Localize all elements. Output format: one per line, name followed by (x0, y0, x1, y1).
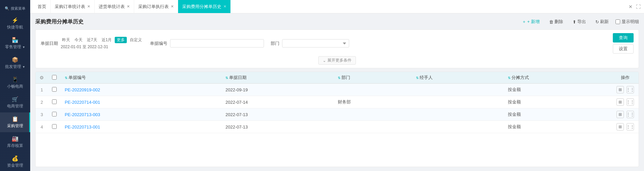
tab-bar-actions: ✕ ⛶ (629, 4, 641, 9)
table-row: 4 PE-20220713-001 2022-07-13 按金额 ⊞ ⋮⋮ (36, 121, 639, 133)
row-more-icon-4[interactable]: ⋮⋮ (627, 123, 634, 131)
chevron-down-expand-icon: ⌄ (323, 58, 326, 63)
data-table: ⚙ ⇅ 单据编号 ⇅ (35, 72, 639, 167)
tab-cost-split[interactable]: 采购费用分摊单历史 ✕ (178, 0, 231, 13)
quicknav-icon: ⚡ (0, 17, 30, 23)
row-checkbox-2[interactable] (52, 99, 57, 104)
row-more-icon-3[interactable]: ⋮⋮ (627, 111, 634, 118)
date-shortcut-custom[interactable]: 自定义 (128, 37, 143, 43)
expand-more-button[interactable]: ⌄ 展开更多条件 (318, 56, 356, 65)
sidebar-item-purchase[interactable]: 📋 采购管理 (0, 112, 30, 132)
tab-close-order-exec[interactable]: ✕ (171, 4, 174, 9)
sidebar-item-wholesale[interactable]: 📦 批发管理 ▼ (0, 53, 30, 73)
sidebar-item-quicknav[interactable]: ⚡ 快捷导航 (0, 14, 30, 33)
tab-close-cost-split[interactable]: ✕ (223, 4, 226, 9)
tab-order-exec[interactable]: 采购订单执行表 ✕ (134, 0, 178, 13)
row-doc-no-link-3[interactable]: PE-20220713-003 (65, 112, 100, 117)
tab-purchase-order-stats[interactable]: 采购订单统计表 ✕ (51, 0, 95, 13)
dept-select[interactable]: 财务部 (282, 39, 349, 48)
tab-home[interactable]: 首页 (34, 0, 51, 13)
date-shortcuts-group: 昨天 今天 近7天 近1月 更多 自定义 2022-01-01 至 2022-1… (61, 37, 143, 50)
row-edit-icon-2[interactable]: ⊞ (616, 98, 624, 106)
row-doc-no-link-2[interactable]: PE-20220714-001 (65, 100, 100, 105)
doc-no-input[interactable] (170, 39, 264, 48)
row-checkbox-1[interactable] (52, 87, 57, 92)
date-field: 单据日期 昨天 今天 近7天 近1月 更多 自定义 2022-01-01 至 2… (41, 37, 143, 50)
search-button[interactable]: 查询 (613, 33, 634, 42)
table-header-row: ⚙ ⇅ 单据编号 ⇅ (36, 72, 639, 84)
page-title: 采购费用分摊单历史 (35, 18, 84, 25)
row-ops-1: ⊞ ⋮⋮ (612, 84, 639, 96)
tab-close-inbound-stats[interactable]: ✕ (127, 4, 130, 9)
sidebar-item-retail[interactable]: 🏪 零售管理 ▼ (0, 33, 30, 53)
show-cols-toggle[interactable]: 显示明细 (615, 19, 639, 25)
row-doc-no-2: PE-20220714-001 (61, 96, 221, 108)
window-close-icon[interactable]: ✕ (629, 4, 633, 9)
row-doc-date-3: 2022-07-13 (221, 108, 334, 121)
row-edit-icon-1[interactable]: ⊞ (616, 86, 624, 93)
date-shortcut-yesterday[interactable]: 昨天 (61, 37, 71, 43)
date-shortcut-1month[interactable]: 近1月 (100, 37, 113, 43)
row-doc-date-2: 2022-07-14 (221, 96, 334, 108)
row-check-3 (48, 108, 61, 121)
tab-close-purchase-order-stats[interactable]: ✕ (87, 4, 90, 9)
row-more-icon-2[interactable]: ⋮⋮ (627, 98, 634, 106)
row-doc-no-link-1[interactable]: PE-20220919-002 (65, 87, 100, 92)
row-edit-icon-3[interactable]: ⊞ (616, 111, 624, 118)
export-icon: ⬆ (573, 19, 576, 24)
row-doc-no-link-4[interactable]: PE-20220713-001 (65, 124, 100, 130)
search-bar: 单据日期 昨天 今天 近7天 近1月 更多 自定义 2022-01-01 至 2… (35, 29, 639, 68)
row-handler-1 (412, 84, 504, 96)
date-range-display: 2022-01-01 至 2022-12-31 (61, 44, 143, 50)
sidebar-item-miniapp[interactable]: 📱 小畅电商 (0, 73, 30, 93)
wholesale-icon: 📦 (0, 57, 30, 63)
search-icon: 🔍 (5, 6, 9, 10)
row-check-4 (48, 121, 61, 133)
tab-inbound-stats[interactable]: 进货单统计表 ✕ (95, 0, 134, 13)
row-check-1 (48, 84, 61, 96)
row-handler-3 (412, 108, 504, 121)
show-cols-checkbox[interactable] (615, 19, 620, 24)
date-shortcut-7days[interactable]: 近7天 (86, 37, 99, 43)
date-label: 单据日期 (41, 40, 58, 47)
sort-arrow-doc-no: ⇅ (65, 76, 67, 80)
row-more-icon-1[interactable]: ⋮⋮ (627, 86, 634, 93)
col-handler-header[interactable]: ⇅ 经手人 (412, 72, 504, 84)
date-shortcut-more[interactable]: 更多 (115, 37, 127, 43)
row-handler-4 (412, 121, 504, 133)
row-doc-date-4: 2022-07-13 (221, 121, 334, 133)
ecom-icon: 🛒 (0, 96, 30, 102)
col-dept-header[interactable]: ⇅ 部门 (334, 72, 412, 84)
sidebar-item-ecom[interactable]: 🛒 电商管理 (0, 93, 30, 112)
col-doc-no-header[interactable]: ⇅ 单据编号 (61, 72, 221, 84)
row-ops-3: ⊞ ⋮⋮ (612, 108, 639, 121)
row-split-method-3: 按金额 (504, 108, 612, 121)
search-settings-button[interactable]: 设置 (613, 44, 634, 54)
date-shortcut-today[interactable]: 今天 (73, 37, 84, 43)
add-button[interactable]: ＋ + 新增 (519, 17, 542, 26)
delete-button[interactable]: 🗑 删除 (546, 17, 566, 26)
refresh-button[interactable]: ↻ 刷新 (593, 17, 611, 26)
row-edit-icon-4[interactable]: ⊞ (616, 123, 624, 131)
sidebar-item-inventory[interactable]: 🏭 库存核算 (0, 132, 30, 152)
row-doc-no-4: PE-20220713-001 (61, 121, 221, 133)
date-shortcuts: 昨天 今天 近7天 近1月 更多 自定义 (61, 37, 143, 43)
export-button[interactable]: ⬆ 导出 (570, 17, 589, 26)
row-split-method-1: 按金额 (504, 84, 612, 96)
select-all-checkbox[interactable] (52, 75, 57, 80)
row-ops-4: ⊞ ⋮⋮ (612, 121, 639, 133)
search-row: 单据日期 昨天 今天 近7天 近1月 更多 自定义 2022-01-01 至 2… (41, 33, 634, 54)
row-checkbox-3[interactable] (52, 112, 57, 116)
col-doc-date-header[interactable]: ⇅ 单据日期 (221, 72, 334, 84)
col-settings-header[interactable]: ⚙ (36, 72, 48, 84)
window-maximize-icon[interactable]: ⛶ (636, 4, 641, 9)
sidebar-item-finance[interactable]: 💰 资金管理 (0, 152, 30, 171)
row-checkbox-4[interactable] (52, 124, 57, 129)
col-split-method-header[interactable]: ⇅ 分摊方式 (504, 72, 612, 84)
sort-arrow-dept: ⇅ (338, 76, 340, 80)
tab-bar: 首页 采购订单统计表 ✕ 进货单统计表 ✕ 采购订单执行表 ✕ 采购费用分摊单历… (30, 0, 644, 13)
sidebar-item-search[interactable]: 🔍 搜索菜单 (0, 3, 30, 14)
add-icon: ＋ (522, 19, 526, 25)
delete-icon: 🗑 (549, 19, 553, 24)
row-num-2: 2 (36, 96, 48, 108)
